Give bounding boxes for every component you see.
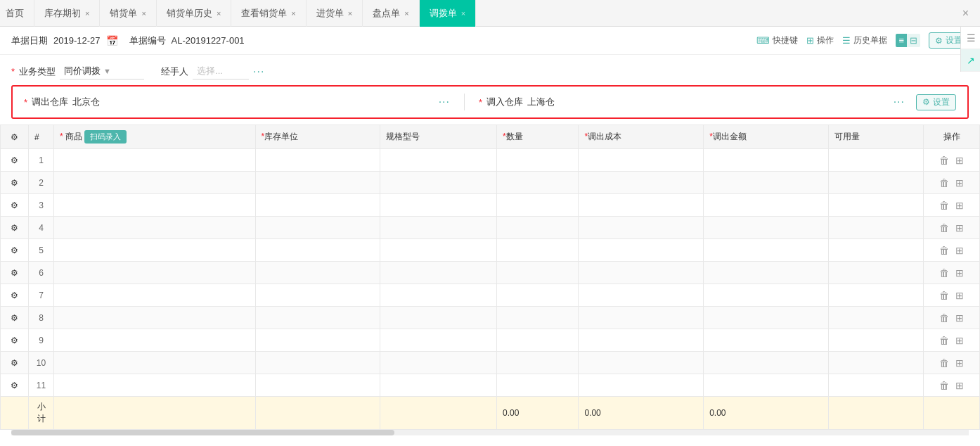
row-cost[interactable] bbox=[579, 374, 704, 397]
copy-icon[interactable]: ⊞ bbox=[955, 200, 964, 211]
row-unit[interactable] bbox=[255, 284, 380, 307]
row-product[interactable] bbox=[54, 262, 256, 284]
tab-sales-history[interactable]: 销货单历史 × bbox=[157, 0, 231, 27]
close-tab-purchase-order[interactable]: × bbox=[348, 9, 352, 18]
row-qty[interactable] bbox=[496, 217, 578, 239]
row-product[interactable] bbox=[54, 374, 256, 397]
copy-icon[interactable]: ⊞ bbox=[955, 335, 964, 346]
row-amount[interactable] bbox=[704, 352, 829, 374]
row-spec[interactable] bbox=[380, 307, 497, 329]
close-tab-transfer[interactable]: × bbox=[461, 9, 465, 18]
delete-icon[interactable]: 🗑 bbox=[939, 335, 949, 346]
tab-stocktake[interactable]: 盘点单 × bbox=[363, 0, 419, 27]
row-cost[interactable] bbox=[579, 307, 704, 329]
copy-icon[interactable]: ⊞ bbox=[955, 245, 964, 256]
row-available[interactable] bbox=[828, 329, 923, 352]
row-qty[interactable] bbox=[496, 239, 578, 262]
row-amount[interactable] bbox=[704, 217, 829, 239]
row-spec[interactable] bbox=[380, 329, 497, 352]
close-tab-view-sales[interactable]: × bbox=[291, 9, 295, 18]
row-cost[interactable] bbox=[579, 239, 704, 262]
copy-icon[interactable]: ⊞ bbox=[955, 267, 964, 279]
row-product[interactable] bbox=[54, 172, 256, 194]
row-available[interactable] bbox=[828, 374, 923, 397]
scan-entry-button[interactable]: 扫码录入 bbox=[84, 130, 127, 144]
row-qty[interactable] bbox=[496, 352, 578, 374]
row-product[interactable] bbox=[54, 284, 256, 307]
tab-transfer[interactable]: 调拨单 × bbox=[420, 0, 476, 27]
history-btn[interactable]: ☰ 历史单据 bbox=[842, 34, 887, 46]
business-type-select[interactable]: 同价调拨 ▼ bbox=[60, 63, 144, 79]
tab-home[interactable]: 首页 bbox=[6, 0, 34, 27]
row-cost[interactable] bbox=[579, 149, 704, 172]
copy-icon[interactable]: ⊞ bbox=[955, 222, 964, 234]
row-spec[interactable] bbox=[380, 284, 497, 307]
ops-btn[interactable]: ⊞ 操作 bbox=[806, 34, 834, 46]
row-cost[interactable] bbox=[579, 284, 704, 307]
row-cost[interactable] bbox=[579, 217, 704, 239]
warehouse-out-more-icon[interactable]: ··· bbox=[439, 96, 450, 108]
row-spec[interactable] bbox=[380, 239, 497, 262]
row-unit[interactable] bbox=[255, 149, 380, 172]
row-amount[interactable] bbox=[704, 307, 829, 329]
close-tab-sales-history[interactable]: × bbox=[217, 9, 221, 18]
row-cost[interactable] bbox=[579, 262, 704, 284]
row-available[interactable] bbox=[828, 239, 923, 262]
row-unit[interactable] bbox=[255, 194, 380, 217]
close-tab-stocktake[interactable]: × bbox=[404, 9, 408, 18]
row-qty[interactable] bbox=[496, 149, 578, 172]
row-product[interactable] bbox=[54, 149, 256, 172]
row-unit[interactable] bbox=[255, 329, 380, 352]
view-list-btn[interactable]: ≡ bbox=[896, 34, 907, 47]
delete-icon[interactable]: 🗑 bbox=[939, 155, 949, 166]
copy-icon[interactable]: ⊞ bbox=[955, 357, 964, 369]
row-available[interactable] bbox=[828, 172, 923, 194]
row-available[interactable] bbox=[828, 262, 923, 284]
close-tab-inventory-init[interactable]: × bbox=[85, 9, 89, 18]
date-value[interactable]: 2019-12-27 bbox=[53, 35, 101, 46]
copy-icon[interactable]: ⊞ bbox=[955, 177, 964, 189]
row-spec[interactable] bbox=[380, 352, 497, 374]
row-amount[interactable] bbox=[704, 329, 829, 352]
row-qty[interactable] bbox=[496, 262, 578, 284]
row-product[interactable] bbox=[54, 239, 256, 262]
calendar-icon[interactable]: 📅 bbox=[106, 35, 118, 46]
row-available[interactable] bbox=[828, 352, 923, 374]
delete-icon[interactable]: 🗑 bbox=[939, 290, 949, 301]
row-available[interactable] bbox=[828, 307, 923, 329]
row-amount[interactable] bbox=[704, 239, 829, 262]
row-amount[interactable] bbox=[704, 284, 829, 307]
row-unit[interactable] bbox=[255, 239, 380, 262]
row-spec[interactable] bbox=[380, 194, 497, 217]
delete-icon[interactable]: 🗑 bbox=[939, 200, 949, 211]
row-spec[interactable] bbox=[380, 374, 497, 397]
row-amount[interactable] bbox=[704, 194, 829, 217]
row-qty[interactable] bbox=[496, 172, 578, 194]
tab-inventory-init[interactable]: 库存期初 × bbox=[34, 0, 100, 27]
bottom-scrollbar[interactable] bbox=[11, 430, 969, 435]
view-grid-btn[interactable]: ⊟ bbox=[907, 34, 920, 47]
row-unit[interactable] bbox=[255, 262, 380, 284]
close-window-button[interactable]: × bbox=[957, 7, 974, 20]
shortcut-btn[interactable]: ⌨ 快捷键 bbox=[756, 34, 798, 46]
row-unit[interactable] bbox=[255, 374, 380, 397]
copy-icon[interactable]: ⊞ bbox=[955, 312, 964, 324]
warehouse-settings-button[interactable]: ⚙ 设置 bbox=[916, 94, 956, 110]
row-unit[interactable] bbox=[255, 307, 380, 329]
delete-icon[interactable]: 🗑 bbox=[939, 222, 949, 234]
row-unit[interactable] bbox=[255, 217, 380, 239]
row-amount[interactable] bbox=[704, 374, 829, 397]
row-available[interactable] bbox=[828, 217, 923, 239]
row-product[interactable] bbox=[54, 217, 256, 239]
tab-sales-order[interactable]: 销货单 × bbox=[100, 0, 156, 27]
delete-icon[interactable]: 🗑 bbox=[939, 177, 949, 189]
row-qty[interactable] bbox=[496, 329, 578, 352]
row-amount[interactable] bbox=[704, 172, 829, 194]
tab-purchase-order[interactable]: 进货单 × bbox=[307, 0, 363, 27]
row-qty[interactable] bbox=[496, 307, 578, 329]
row-available[interactable] bbox=[828, 194, 923, 217]
row-cost[interactable] bbox=[579, 352, 704, 374]
row-cost[interactable] bbox=[579, 172, 704, 194]
sidebar-list-icon[interactable]: ☰ bbox=[961, 27, 980, 49]
row-spec[interactable] bbox=[380, 149, 497, 172]
